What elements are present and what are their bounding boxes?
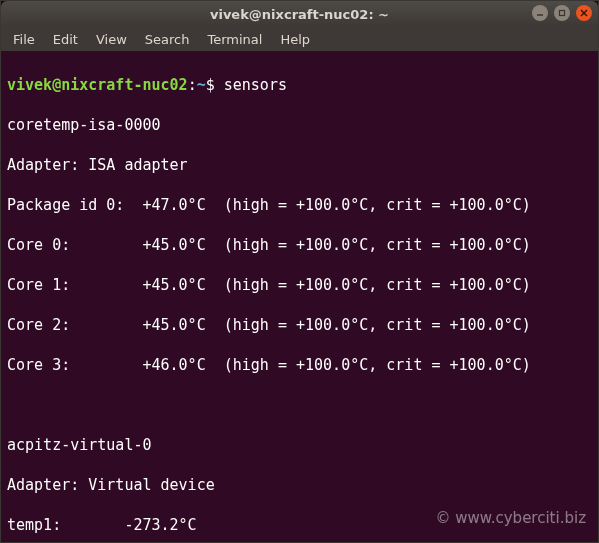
window-controls — [532, 5, 592, 21]
menu-help[interactable]: Help — [272, 30, 318, 49]
prompt-dollar: $ — [206, 76, 224, 94]
sensor-adapter: Adapter: Virtual device — [7, 475, 592, 495]
sensor-reading: Core 1: +45.0°C (high = +100.0°C, crit =… — [7, 275, 592, 295]
sensor-reading: Core 2: +45.0°C (high = +100.0°C, crit =… — [7, 315, 592, 335]
titlebar: vivek@nixcraft-nuc02: ~ — [1, 1, 598, 27]
menu-edit[interactable]: Edit — [45, 30, 86, 49]
menubar: File Edit View Search Terminal Help — [1, 27, 598, 51]
menu-file[interactable]: File — [5, 30, 43, 49]
window-title: vivek@nixcraft-nuc02: ~ — [1, 7, 598, 22]
minimize-icon — [536, 9, 544, 17]
blank-line — [7, 395, 592, 415]
menu-terminal[interactable]: Terminal — [199, 30, 270, 49]
sensor-reading: temp1: -273.2°C — [7, 515, 592, 535]
terminal-window: vivek@nixcraft-nuc02: ~ File Edit View S… — [0, 0, 599, 543]
prompt-userhost: vivek@nixcraft-nuc02 — [7, 76, 188, 94]
prompt-sep: : — [188, 76, 197, 94]
svg-rect-1 — [560, 11, 565, 16]
sensor-reading: Core 3: +46.0°C (high = +100.0°C, crit =… — [7, 355, 592, 375]
minimize-button[interactable] — [532, 5, 548, 21]
maximize-icon — [558, 9, 566, 17]
terminal-area[interactable]: vivek@nixcraft-nuc02:~$ sensors coretemp… — [1, 51, 598, 542]
sensor-adapter: Adapter: ISA adapter — [7, 155, 592, 175]
close-icon — [580, 9, 588, 17]
sensor-chip-name: coretemp-isa-0000 — [7, 115, 592, 135]
menu-view[interactable]: View — [88, 30, 135, 49]
menu-search[interactable]: Search — [137, 30, 198, 49]
prompt-path: ~ — [197, 76, 206, 94]
sensor-chip-name: acpitz-virtual-0 — [7, 435, 592, 455]
sensor-reading: Core 0: +45.0°C (high = +100.0°C, crit =… — [7, 235, 592, 255]
close-button[interactable] — [576, 5, 592, 21]
sensor-reading: Package id 0: +47.0°C (high = +100.0°C, … — [7, 195, 592, 215]
command-text: sensors — [224, 76, 287, 94]
prompt-line: vivek@nixcraft-nuc02:~$ sensors — [7, 75, 592, 95]
maximize-button[interactable] — [554, 5, 570, 21]
